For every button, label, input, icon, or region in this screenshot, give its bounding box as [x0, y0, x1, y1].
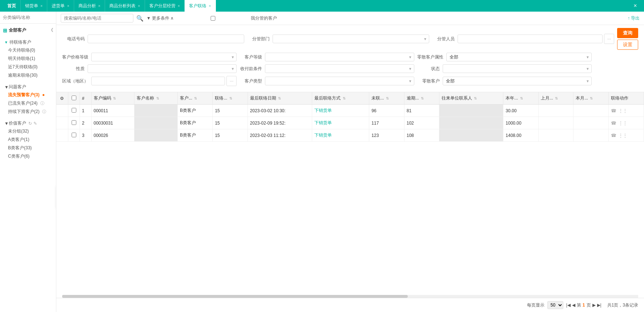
- region-ellipsis-button[interactable]: ···: [226, 76, 237, 86]
- content-area: 🔍 ▼ 更多条件 ∧ 我分管的客户 ↑ 导出 电话号码: [56, 12, 644, 312]
- collapse-icon[interactable]: 《: [49, 27, 53, 33]
- export-button[interactable]: ↑ 导出: [628, 15, 640, 21]
- col-name[interactable]: 客户名称 ⇅: [134, 92, 178, 105]
- col-type[interactable]: 客户... ⇅: [178, 92, 213, 105]
- manager-input[interactable]: [458, 35, 603, 43]
- last-method-link[interactable]: 下销货单: [314, 120, 332, 125]
- tab-analysis[interactable]: 商品分析 ×: [74, 0, 105, 12]
- search-button[interactable]: 🔍: [136, 15, 144, 22]
- col-last-date[interactable]: 最后联络日期 ⇅: [247, 92, 312, 105]
- manager-ellipsis-button[interactable]: ···: [604, 34, 614, 44]
- close-icon[interactable]: ×: [138, 4, 140, 8]
- sidebar-item-week[interactable]: 近7天待联络(0): [3, 63, 53, 71]
- row-checkbox[interactable]: [72, 108, 76, 113]
- sidebar-item-already-lost[interactable]: 已流失客户(24) ⓘ: [3, 99, 53, 108]
- customer-tier-select[interactable]: [265, 53, 414, 61]
- status-select[interactable]: [443, 64, 592, 73]
- department-select[interactable]: [273, 35, 429, 43]
- col-uncontacted[interactable]: 未联... ⇅: [369, 92, 404, 105]
- sidebar-item-class-a[interactable]: A类客户(1): [3, 135, 53, 144]
- row-name: [134, 105, 178, 117]
- close-icon[interactable]: ×: [98, 4, 100, 8]
- action-contact-icon[interactable]: ☎: [611, 108, 616, 113]
- action-more-icon[interactable]: ⋮⋮: [619, 108, 627, 113]
- sidebar-item-lost-warning[interactable]: 流失预警客户(3) ●: [3, 91, 53, 99]
- close-icon[interactable]: ×: [209, 4, 211, 8]
- col-code[interactable]: 客户编码 ⇅: [91, 92, 134, 105]
- edit-icon[interactable]: ✎: [33, 121, 37, 126]
- window-close-button[interactable]: ×: [629, 0, 641, 12]
- col-this-year[interactable]: 本年... ⇅: [503, 92, 538, 105]
- query-button[interactable]: 查询: [617, 28, 638, 38]
- col-contact[interactable]: 联络... ⇅: [213, 92, 247, 105]
- close-icon[interactable]: ×: [178, 4, 180, 8]
- last-method-link[interactable]: 下销货单: [314, 133, 332, 138]
- last-method-link[interactable]: 下销货单: [314, 108, 332, 113]
- col-overdue[interactable]: 逾期... ⇅: [404, 92, 439, 105]
- prev-page-button[interactable]: ◀: [572, 303, 575, 308]
- triangle-icon: ▼: [4, 121, 9, 126]
- search-input[interactable]: [61, 14, 133, 23]
- action-contact-icon[interactable]: ☎: [611, 133, 616, 138]
- value-group-header[interactable]: ▼ 价值客户 ↻ ✎: [3, 119, 53, 127]
- my-customers-checkbox[interactable]: [177, 16, 249, 21]
- retail-customer-select[interactable]: 全部: [443, 77, 592, 85]
- filter-payment: 收付款条件 ▼: [240, 64, 414, 73]
- tab-sales[interactable]: 销货单 ×: [21, 0, 47, 12]
- action-more-icon[interactable]: ⋮⋮: [619, 121, 627, 126]
- phone-input[interactable]: [88, 35, 244, 43]
- close-icon[interactable]: ×: [67, 4, 69, 8]
- col-this-month[interactable]: 本月... ⇅: [573, 92, 608, 105]
- first-page-button[interactable]: |◀: [566, 303, 571, 308]
- row-unit-contact: [439, 117, 503, 129]
- action-more-icon[interactable]: ⋮⋮: [619, 133, 627, 138]
- tab-purchase[interactable]: 进货单 ×: [47, 0, 74, 12]
- horizontal-scrollbar[interactable]: [62, 295, 638, 298]
- refresh-icon[interactable]: ↻: [28, 121, 32, 126]
- main-area: 🔍 ⊞ 全部客户 《 ▼ 待联络客户 今天待联络(0) 明天待联络(1) 近7天…: [0, 12, 644, 312]
- nature-select[interactable]: [88, 64, 237, 73]
- sidebar-item-declining[interactable]: 持续下滑客户(2) ⓘ: [3, 108, 53, 116]
- payment-select[interactable]: [265, 64, 414, 73]
- row-uncontacted: 123: [369, 129, 404, 142]
- last-page-button[interactable]: ▶|: [597, 303, 601, 308]
- retail-attr-select[interactable]: 全部: [446, 53, 592, 61]
- sidebar-search-area: 🔍: [0, 12, 56, 24]
- next-page-button[interactable]: ▶: [592, 303, 596, 308]
- problem-group-header[interactable]: ▼ 问题客户: [3, 82, 53, 91]
- col-last-method[interactable]: 最后联络方式 ⇅: [312, 92, 369, 105]
- sidebar-search-input[interactable]: [3, 15, 56, 20]
- col-settings[interactable]: ⚙: [56, 92, 68, 105]
- tab-analysis-list[interactable]: 商品分析列表 ×: [105, 0, 145, 12]
- all-customers-header[interactable]: ⊞ 全部客户 《: [3, 26, 53, 35]
- sidebar-item-class-b[interactable]: B类客户(33): [3, 144, 53, 152]
- col-unit-contact[interactable]: 往来单位联系人 ⇅: [439, 92, 503, 105]
- col-last-month[interactable]: 上月... ⇅: [538, 92, 573, 105]
- sidebar-item-class-c[interactable]: C类客户(6): [3, 152, 53, 161]
- tab-customer-contact[interactable]: 客户联络 ×: [185, 0, 216, 12]
- pending-group-header[interactable]: ▼ 待联络客户: [3, 38, 53, 46]
- col-action: 联络动作: [608, 92, 644, 105]
- select-all-checkbox[interactable]: [72, 96, 76, 100]
- settings-button[interactable]: 设置: [617, 40, 638, 50]
- sidebar-item-overdue[interactable]: 逾期未联络(30): [3, 71, 53, 80]
- tab-home[interactable]: 首页: [3, 0, 21, 12]
- sidebar-item-tomorrow[interactable]: 明天待联络(1): [3, 54, 53, 63]
- row-checkbox[interactable]: [72, 133, 76, 137]
- price-tier-select[interactable]: [91, 53, 237, 61]
- scrollbar-track[interactable]: [62, 295, 408, 298]
- more-conditions-button[interactable]: ▼ 更多条件 ∧: [146, 15, 174, 21]
- close-icon[interactable]: ×: [40, 4, 43, 8]
- department-select-wrapper: ▼: [273, 35, 429, 43]
- per-page-select[interactable]: 50: [547, 301, 563, 309]
- sidebar-item-unclassified[interactable]: 未分组(32): [3, 127, 53, 135]
- action-contact-icon[interactable]: ☎: [611, 121, 616, 126]
- customer-type-select[interactable]: [265, 77, 414, 85]
- row-uncontacted: 117: [369, 117, 404, 129]
- my-customers-checkbox-label[interactable]: 我分管的客户: [177, 15, 277, 21]
- region-input[interactable]: [91, 77, 225, 85]
- tab-customer-tier[interactable]: 客户分层经营 ×: [145, 0, 185, 12]
- row-checkbox[interactable]: [72, 120, 76, 125]
- sidebar-item-today[interactable]: 今天待联络(0): [3, 46, 53, 54]
- row-last-month: [538, 105, 573, 117]
